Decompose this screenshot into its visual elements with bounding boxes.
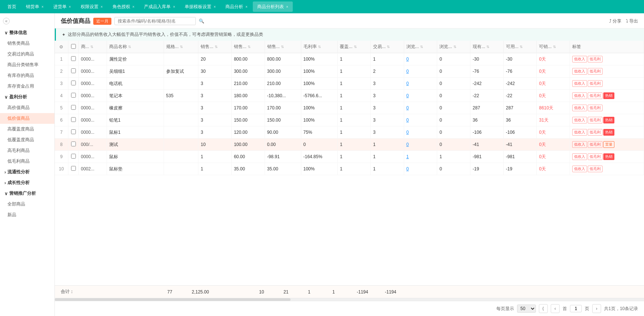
cell-browse1[interactable]: 0 [404, 163, 437, 175]
sidebar-item-stock-funds[interactable]: 库存资金占用 [0, 81, 54, 92]
browse1-link[interactable]: 0 [406, 118, 409, 123]
first-page-btn[interactable]: ⟨ [539, 304, 548, 313]
cell-checkbox[interactable] [68, 102, 78, 114]
search-input[interactable] [114, 17, 196, 25]
cell-spec [164, 163, 198, 175]
nav-purchase-close[interactable]: × [69, 5, 71, 9]
sidebar-item-traded-goods[interactable]: 交易过的商品 [0, 49, 54, 60]
table-row: 40000...笔记本5353180.00-10,380...-5766.6..… [55, 90, 644, 102]
cell-checkbox[interactable] [68, 139, 78, 151]
cell-code: 0002... [78, 163, 107, 175]
sidebar-group-overall[interactable]: ∨ 整体信息 [0, 27, 54, 38]
browse1-link[interactable]: 1 [406, 154, 409, 159]
cell-tags: 低收入低毛利 [570, 78, 644, 90]
nav-roles[interactable]: 角色授权 × [108, 1, 139, 12]
sidebar-group-profit[interactable]: ∨ 盈利分析 [0, 92, 54, 102]
cell-browse2: 0 [437, 163, 470, 175]
nav-product-analysis-close[interactable]: × [245, 5, 248, 9]
cell-checkbox[interactable] [68, 53, 78, 65]
browse1-link[interactable]: 0 [406, 93, 409, 98]
nav-products-close[interactable]: × [173, 5, 175, 9]
sidebar-group-liquidity[interactable]: › 流通性分析 [0, 167, 54, 177]
nav-product-analysis[interactable]: 商品分析 × [221, 1, 252, 12]
nav-sales-close[interactable]: × [41, 5, 44, 9]
sidebar-item-sales-goods[interactable]: 销售类商品 [0, 38, 54, 49]
browse1-link[interactable]: 0 [406, 130, 409, 135]
sidebar-item-high-value[interactable]: 高价值商品 [0, 102, 54, 113]
browse1-link[interactable]: 0 [406, 81, 409, 86]
cell-browse1[interactable]: 0 [404, 90, 437, 102]
filter-badge[interactable]: 近一月 [93, 18, 111, 25]
next-page-btn[interactable]: › [592, 304, 601, 313]
cell-checkbox[interactable] [68, 90, 78, 102]
tag: 低收入 [572, 80, 587, 87]
nav-permissions-close[interactable]: × [101, 5, 103, 9]
cell-available: 287 [503, 102, 537, 114]
cell-browse1[interactable]: 0 [404, 78, 437, 90]
cell-browse1[interactable]: 0 [404, 53, 437, 65]
prev-page-btn[interactable]: ‹ [551, 304, 560, 313]
sidebar-item-all-goods[interactable]: 全部商品 [0, 199, 54, 210]
export-button[interactable]: ⤵ 导出 [626, 18, 638, 24]
cell-saleable: 0天 [537, 90, 570, 102]
sidebar-collapse-btn[interactable]: « [3, 18, 10, 24]
page-size-label: 每页显示 [496, 306, 514, 312]
nav-sales[interactable]: 销货单 × [21, 1, 48, 12]
cell-browse1[interactable]: 0 [404, 65, 437, 78]
nav-purchase[interactable]: 进货单 × [49, 1, 76, 12]
cell-checkbox[interactable] [68, 65, 78, 78]
cell-tags: 低收入低毛利热销 [570, 151, 644, 163]
nav-templates-close[interactable]: × [214, 5, 216, 9]
select-all-checkbox[interactable] [71, 44, 76, 49]
browse1-link[interactable]: 0 [406, 105, 409, 111]
page-number-input[interactable] [570, 305, 582, 312]
sidebar-item-new-goods[interactable]: 新品 [0, 210, 54, 220]
page-size-select[interactable]: 50 100 200 [517, 305, 536, 313]
nav-permissions[interactable]: 权限设置 × [76, 1, 107, 12]
cell-code: 0000... [78, 114, 107, 126]
nav-home[interactable]: 首页 [3, 1, 21, 12]
nav-product-list[interactable]: 商品分析列表 × [253, 1, 293, 12]
cell-gross-margin: 100% [301, 53, 338, 65]
th-settings[interactable]: ⚙ [55, 41, 68, 53]
sidebar-group-growth[interactable]: › 成长性分析 [0, 177, 54, 188]
cell-sales-qty: 3 [198, 78, 232, 90]
cell-browse1[interactable]: 1 [404, 151, 437, 163]
cell-available: -106 [503, 126, 537, 139]
nav-product-list-close[interactable]: × [286, 5, 288, 9]
cell-checkbox[interactable] [68, 163, 78, 175]
sidebar-item-category-sales-rate[interactable]: 商品分类销售率 [0, 60, 54, 70]
nav-products-in[interactable]: 产成品入库单 × [140, 1, 180, 12]
sidebar-item-low-value[interactable]: 低价值商品 [0, 113, 54, 124]
sidebar-item-high-margin[interactable]: 高毛利商品 [0, 145, 54, 156]
browse1-link[interactable]: 0 [406, 69, 409, 74]
sidebar-group-marketing[interactable]: ∨ 营销推广分析 [0, 188, 54, 199]
cell-browse2: 0 [437, 78, 470, 90]
table-row: 60000...铅笔13150.00150.00100%1300363631天低… [55, 114, 644, 126]
sidebar-item-low-coverage[interactable]: 低覆盖度商品 [0, 135, 54, 145]
cell-browse1[interactable]: 0 [404, 114, 437, 126]
browse1-link[interactable]: 0 [406, 142, 409, 147]
sidebar-item-low-margin[interactable]: 低毛利商品 [0, 156, 54, 167]
cell-checkbox[interactable] [68, 78, 78, 90]
nav-roles-close[interactable]: × [133, 5, 135, 9]
cell-browse1[interactable]: 0 [404, 126, 437, 139]
sidebar-item-stock-goods[interactable]: 有库存的商品 [0, 70, 54, 81]
cell-checkbox[interactable] [68, 151, 78, 163]
settings-icon[interactable]: ⚙ [59, 44, 63, 50]
browse1-link[interactable]: 0 [406, 166, 409, 171]
share-button[interactable]: ⤴ 分享 [609, 18, 621, 24]
cell-checkbox[interactable] [68, 114, 78, 126]
cell-name: 铅笔1 [107, 114, 164, 126]
cell-sales-amount: 0.00 [265, 139, 301, 151]
cell-checkbox[interactable] [68, 126, 78, 139]
cell-browse1[interactable]: 0 [404, 102, 437, 114]
cell-browse1[interactable]: 0 [404, 139, 437, 151]
browse1-link[interactable]: 0 [406, 57, 409, 62]
sidebar-item-high-coverage[interactable]: 高覆盖度商品 [0, 124, 54, 135]
search-icon[interactable]: 🔍 [199, 18, 204, 24]
nav-templates[interactable]: 单据模板设置 × [180, 1, 220, 12]
footer-current-stock: -1194 [357, 289, 379, 295]
th-saleable: 可销... ⇅ [537, 41, 570, 53]
th-spec: 规格... ⇅ [164, 41, 198, 53]
